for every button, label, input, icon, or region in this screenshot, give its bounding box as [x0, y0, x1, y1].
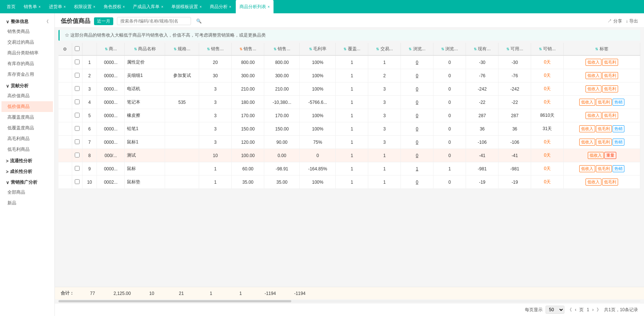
- sidebar-group-contribution[interactable]: ∨ 贡献分析: [1, 80, 53, 91]
- search-icon[interactable]: 🔍: [196, 18, 202, 24]
- cell-checkbox[interactable]: [72, 136, 82, 149]
- next-btn[interactable]: ›: [592, 307, 594, 312]
- sidebar-item-low-margin[interactable]: 低毛利商品: [1, 144, 53, 155]
- cell-checkbox[interactable]: [72, 69, 82, 82]
- cell-views1[interactable]: 0: [401, 82, 433, 96]
- cell-settings: [58, 136, 72, 149]
- row-checkbox[interactable]: [75, 166, 80, 171]
- cell-views1[interactable]: 0: [401, 69, 433, 82]
- per-page-select[interactable]: 50 100 200: [546, 306, 564, 314]
- sidebar-item-new-products[interactable]: 新品: [1, 198, 53, 208]
- sidebar-item-inventory-products[interactable]: 有库存的商品: [1, 58, 53, 69]
- collapse-icon[interactable]: 《: [44, 19, 48, 24]
- sidebar-group-marketing[interactable]: ∨ 营销推广分析: [1, 176, 53, 187]
- cell-views1[interactable]: 0: [401, 109, 433, 122]
- sidebar-group-overall[interactable]: ∨ 整体信息 《: [1, 16, 53, 26]
- close-icon[interactable]: ×: [161, 5, 163, 9]
- sidebar-item-high-coverage[interactable]: 高覆盖度商品: [1, 112, 53, 123]
- share-button[interactable]: ↗ 分享: [607, 18, 622, 24]
- col-views2[interactable]: ⇅ 浏览...: [433, 43, 466, 55]
- export-button[interactable]: ↓ 导出: [626, 18, 638, 24]
- col-spec[interactable]: ⇅ 规格...: [165, 43, 199, 55]
- col-name[interactable]: ⇅ 商品名称: [125, 43, 165, 55]
- row-checkbox[interactable]: [75, 60, 80, 64]
- cell-stock: -76: [466, 69, 499, 82]
- nav-sales-order[interactable]: 销售单 ×: [20, 0, 44, 13]
- search-input[interactable]: [117, 17, 191, 25]
- sidebar-item-high-margin[interactable]: 高毛利商品: [1, 133, 53, 144]
- sidebar-group-growth[interactable]: > 成长性分析: [1, 166, 53, 176]
- close-icon[interactable]: ×: [199, 5, 202, 9]
- col-code[interactable]: ⇅ 商...: [97, 43, 125, 55]
- col-gross-rate[interactable]: ⇅ 毛利率: [300, 43, 336, 55]
- nav-home[interactable]: 首页: [3, 0, 19, 13]
- table-container[interactable]: ⚙ ⇅ 商... ⇅ 商品名称 ⇅ 规格... ⇅ 销售... ⇅ 销售... …: [55, 43, 644, 287]
- close-icon[interactable]: ×: [93, 5, 95, 9]
- row-checkbox[interactable]: [75, 179, 80, 184]
- sidebar-item-low-coverage[interactable]: 低覆盖度商品: [1, 123, 53, 133]
- nav-product-analysis[interactable]: 商品分析 ×: [206, 0, 235, 13]
- col-sales-qty[interactable]: ⇅ 销售...: [199, 43, 232, 55]
- sidebar-item-high-value[interactable]: 高价值商品: [1, 91, 53, 101]
- sidebar-item-category-rate[interactable]: 商品分类助销率: [1, 48, 53, 58]
- sidebar-item-sales-products[interactable]: 销售类商品: [1, 26, 53, 37]
- row-checkbox[interactable]: [75, 73, 80, 78]
- cell-checkbox[interactable]: [72, 55, 82, 69]
- row-checkbox[interactable]: [75, 99, 80, 104]
- sidebar-group-liquidity[interactable]: > 流通性分析: [1, 155, 53, 166]
- close-icon[interactable]: ×: [123, 5, 125, 9]
- close-icon[interactable]: ×: [38, 5, 41, 9]
- col-stock[interactable]: ⇅ 现有...: [466, 43, 499, 55]
- col-sales-amt2[interactable]: ⇅ 销售...: [264, 43, 300, 55]
- cell-checkbox[interactable]: [72, 82, 82, 96]
- col-tags[interactable]: ⇅ 标签: [564, 43, 640, 55]
- select-all-checkbox[interactable]: [75, 46, 80, 51]
- nav-product-analysis-list[interactable]: 商品分析列表 ×: [236, 0, 274, 13]
- prev-page-btn[interactable]: 《: [567, 307, 572, 313]
- cell-checkbox[interactable]: [72, 96, 82, 109]
- sidebar-item-inventory-capital[interactable]: 库存资金占用: [1, 69, 53, 80]
- col-views1[interactable]: ⇅ 浏览...: [401, 43, 433, 55]
- nav-product-in[interactable]: 产成品入库单 ×: [129, 0, 167, 13]
- cell-checkbox[interactable]: [72, 176, 82, 189]
- scroll-thumb[interactable]: [58, 300, 291, 302]
- cell-checkbox[interactable]: [72, 162, 82, 176]
- cell-views1[interactable]: 0: [401, 122, 433, 136]
- sidebar-item-low-value[interactable]: 低价值商品: [1, 101, 53, 112]
- cell-views1[interactable]: 0: [401, 149, 433, 162]
- col-avail[interactable]: ⇅ 可用...: [499, 43, 531, 55]
- nav-purchase[interactable]: 进货单 ×: [45, 0, 70, 13]
- page-header: 低价值商品 近一月 🔍 ↗ 分享 ↓ 导出: [55, 13, 644, 28]
- cell-views1[interactable]: 0: [401, 136, 433, 149]
- col-sales-amt1[interactable]: ⇅ 销售...: [232, 43, 264, 55]
- cell-views1[interactable]: 0: [401, 96, 433, 109]
- nav-template-settings[interactable]: 单据模板设置 ×: [168, 0, 205, 13]
- close-icon[interactable]: ×: [268, 5, 270, 9]
- cell-checkbox[interactable]: [72, 149, 82, 162]
- row-checkbox[interactable]: [75, 86, 80, 91]
- cell-views1[interactable]: 1: [401, 162, 433, 176]
- col-trades[interactable]: ⇅ 交易...: [368, 43, 401, 55]
- row-checkbox[interactable]: [75, 113, 80, 118]
- cell-checkbox[interactable]: [72, 109, 82, 122]
- row-checkbox[interactable]: [75, 139, 80, 144]
- cell-checkbox[interactable]: [72, 122, 82, 136]
- sidebar-item-all-products[interactable]: 全部商品: [1, 187, 53, 198]
- close-icon[interactable]: ×: [229, 5, 231, 9]
- period-button[interactable]: 近一月: [94, 17, 113, 25]
- cell-views1[interactable]: 0: [401, 176, 433, 189]
- close-icon[interactable]: ×: [64, 5, 66, 9]
- col-settings[interactable]: ⚙: [58, 43, 72, 55]
- next-page-btn[interactable]: 》: [597, 307, 601, 313]
- col-days[interactable]: ⇅ 可销...: [531, 43, 564, 55]
- nav-roles[interactable]: 角色授权 ×: [100, 0, 129, 13]
- col-coverage[interactable]: ⇅ 覆盖...: [336, 43, 368, 55]
- cell-views1[interactable]: 0: [401, 55, 433, 69]
- col-checkbox[interactable]: [72, 43, 82, 55]
- prev-btn[interactable]: ‹: [575, 307, 576, 312]
- row-checkbox[interactable]: [75, 153, 80, 157]
- scroll-track[interactable]: [58, 300, 640, 302]
- nav-permissions[interactable]: 权限设置 ×: [70, 0, 99, 13]
- row-checkbox[interactable]: [75, 126, 80, 131]
- sidebar-item-traded-products[interactable]: 交易过的商品: [1, 37, 53, 48]
